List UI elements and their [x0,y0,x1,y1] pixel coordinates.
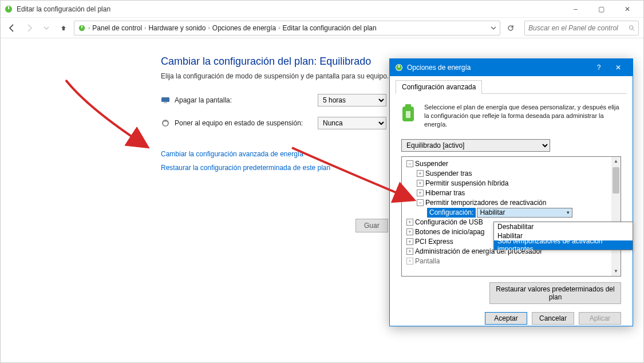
search-icon [629,25,635,31]
scroll-thumb[interactable] [613,167,619,194]
svg-rect-4 [164,102,167,103]
chevron-down-icon[interactable] [491,25,496,31]
expand-icon[interactable]: + [406,248,413,255]
tree-scrollbar[interactable]: ▲ ▼ [611,157,621,276]
expand-icon[interactable]: + [417,190,424,196]
dialog-intro-text: Seleccione el plan de energía que desea … [424,103,625,129]
expand-icon[interactable]: + [406,238,413,245]
expand-icon[interactable]: + [417,180,424,187]
apply-button[interactable]: Aplicar [579,312,621,325]
power-options-icon [78,24,86,32]
cancel-button[interactable]: Cancelar [532,312,574,325]
collapse-icon[interactable]: − [417,199,424,206]
address-bar[interactable]: › Panel de control › Hardware y sonido ›… [74,21,500,35]
back-button[interactable] [5,21,19,35]
settings-tree: −Suspender +Suspender tras +Permitir sus… [401,156,621,277]
tree-node-hibrida[interactable]: +Permitir suspensión híbrida [403,179,619,188]
tree-node-config[interactable]: Configuración: Habilitar ▾ [403,208,619,218]
battery-icon [398,103,418,124]
expand-icon[interactable]: + [406,228,413,235]
display-off-select[interactable]: 5 horas [318,94,386,106]
titlebar: Editar la configuración del plan – ▢ ✕ [1,1,643,18]
tree-node-wake-timers[interactable]: −Permitir temporizadores de reactivación [403,198,619,208]
refresh-button[interactable] [504,21,517,35]
dialog-title: Opciones de energía [407,64,589,72]
minimize-button[interactable]: – [563,1,588,17]
active-plan-select[interactable]: Equilibrado [activo] [401,139,550,152]
dialog-tabs: Configuración avanzada [396,80,627,94]
collapse-icon[interactable]: − [406,160,413,167]
dropdown-option-important-only[interactable]: Solo temporizadores de activación import… [494,240,633,250]
power-options-icon [4,5,13,14]
svg-rect-9 [405,104,411,107]
tree-node-hibernar[interactable]: +Hibernar tras [403,188,619,198]
power-options-dialog: Opciones de energía ? ✕ Configuración av… [389,58,633,326]
search-input[interactable] [528,24,626,32]
tree-node-display[interactable]: +Pantalla [403,257,619,266]
close-button[interactable]: ✕ [614,1,640,17]
breadcrumb[interactable]: Panel de control [92,24,142,32]
tree-node-suspender[interactable]: −Suspender [403,159,619,169]
expand-icon[interactable]: + [417,170,424,177]
config-value-select[interactable]: Habilitar ▾ [477,208,572,218]
restore-plan-defaults-button[interactable]: Restaurar valores predeterminados del pl… [489,282,621,304]
expand-icon[interactable]: + [406,219,413,226]
chevron-down-icon: ▾ [567,210,570,215]
window-title: Editar la configuración del plan [17,5,563,13]
display-icon [161,96,170,105]
dialog-close-button[interactable]: ✕ [609,60,628,76]
config-label: Configuración: [427,208,476,218]
forward-button[interactable] [22,21,36,35]
up-button[interactable] [57,21,70,35]
display-off-label: Apagar la pantalla: [175,96,318,104]
control-panel-search[interactable] [524,21,639,35]
dialog-titlebar: Opciones de energía ? ✕ [390,59,633,76]
power-options-icon [394,63,404,72]
sleep-icon [161,119,170,128]
expand-icon[interactable]: + [406,258,413,265]
wake-timer-dropdown: Deshabilitar Habilitar Solo temporizador… [493,222,633,250]
sleep-select[interactable]: Nunca [318,117,386,129]
breadcrumb[interactable]: Editar la configuración del plan [283,24,377,32]
ok-button[interactable]: Aceptar [485,312,527,325]
dropdown-option-disable[interactable]: Deshabilitar [494,222,633,231]
navbar: › Panel de control › Hardware y sonido ›… [1,18,643,38]
sleep-label: Poner al equipo en estado de suspensión: [175,119,318,127]
scroll-down-button[interactable]: ▼ [611,267,621,276]
dialog-help-button[interactable]: ? [589,60,609,76]
save-changes-button[interactable]: Guar [355,219,388,232]
maximize-button[interactable]: ▢ [588,1,614,17]
svg-point-2 [629,25,633,29]
tab-advanced-config[interactable]: Configuración avanzada [396,80,482,94]
scroll-up-button[interactable]: ▲ [611,157,621,166]
recent-dropdown[interactable] [39,21,53,35]
breadcrumb[interactable]: Opciones de energía [212,24,276,32]
svg-rect-3 [161,97,169,102]
tree-node-suspender-tras[interactable]: +Suspender tras [403,169,619,179]
breadcrumb[interactable]: Hardware y sonido [148,24,206,32]
